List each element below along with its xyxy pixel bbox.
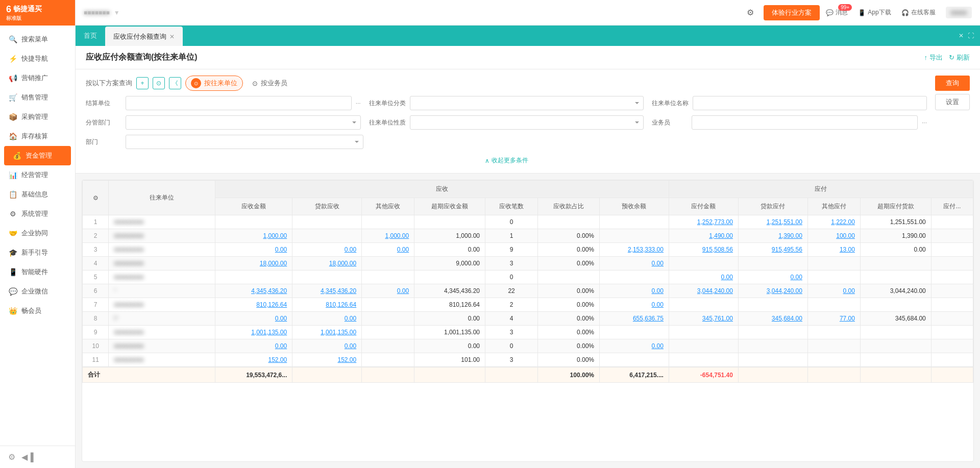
inventory-icon: 🏠 <box>8 132 17 141</box>
table-row: 8P0.000.000.0040.00%655,636.75345,761.00… <box>83 312 973 326</box>
refresh-button[interactable]: ↻ 刷新 <box>949 53 970 62</box>
fenguan-field: 分管部门 <box>86 115 361 130</box>
notice-button[interactable]: 💬 消息 99+ <box>826 8 848 17</box>
quicknav-icon: ⚡ <box>8 54 17 63</box>
breadcrumb-separator: ▼ <box>114 9 120 16</box>
sidebar-item-operations[interactable]: 📊 经营管理 <box>0 165 75 185</box>
bumen-field: 部门 <box>86 135 363 149</box>
jiesuan-field: 结算单位 ··· <box>86 96 361 110</box>
tab-home[interactable]: 首页 <box>76 26 105 46</box>
wanglai-xingzhi-select[interactable] <box>410 115 644 130</box>
partner-cell: ■■■■■■■■ <box>109 270 215 284</box>
col-yingshou-amount: 应收金额 <box>215 198 292 215</box>
wanglai-fenlei-select[interactable] <box>410 96 644 110</box>
table-wrapper[interactable]: ⚙ 往来单位 应收 应付 应收金额 贷款应收 其他应收 超期应收金额 应收笔数 <box>82 180 973 461</box>
sidebar-label-wechat: 企业微信 <box>21 287 48 296</box>
filter-collapse-button[interactable]: 《 <box>169 77 181 89</box>
notice-icon: 💬 <box>826 9 834 16</box>
partner-cell: ■■■■■■■■ <box>109 353 215 367</box>
tab-fullscreen-icon[interactable]: ⛶ <box>968 32 974 39</box>
collab-icon: 🤝 <box>8 229 17 238</box>
jiesuan-dots[interactable]: ··· <box>356 100 361 107</box>
settings-gear-icon[interactable]: ⚙ <box>743 6 757 20</box>
partner-cell: ■■■■■■■■ <box>109 339 215 353</box>
wanglai-mingcheng-label: 往来单位名称 <box>652 99 689 108</box>
sidebar-item-finance[interactable]: 💰 资金管理 <box>4 146 71 165</box>
sidebar-item-sales[interactable]: 🛒 销售管理 <box>0 88 75 107</box>
filter-settings-btn[interactable]: 设置 <box>935 94 970 110</box>
filter-row-1: 结算单位 ··· 往来单位分类 往来单位名称 <box>86 96 927 110</box>
sidebar-item-collab[interactable]: 🤝 企业协同 <box>0 224 75 243</box>
marketing-icon: 📢 <box>8 73 17 83</box>
filter-bar: 按以下方案查询 + ⊙ 《 ⊙ 按往来单位 ⊙ 按业务员 <box>86 76 927 91</box>
collapse-sidebar-icon[interactable]: ◀▐ <box>21 452 33 462</box>
yewuyuan-label: 业务员 <box>652 118 688 127</box>
online-service-button[interactable]: 🎧 在线客服 <box>901 8 936 17</box>
export-button[interactable]: ↑ 导出 <box>924 53 943 62</box>
main-area: ■■■■■■■ ▼ ⚙ 体验行业方案 💬 消息 99+ 📱 App下载 🎧 在线… <box>76 0 980 468</box>
sidebar-item-purchase[interactable]: 📦 采购管理 <box>0 107 75 127</box>
wanglai-xingzhi-field: 往来单位性质 <box>369 115 644 130</box>
sidebar-label-purchase: 采购管理 <box>21 112 48 121</box>
jiesuan-label: 结算单位 <box>86 99 121 108</box>
finance-icon: 💰 <box>12 151 21 160</box>
tabbar: 首页 应收应付余额查询 ✕ ✕ ⛶ <box>76 26 980 46</box>
filter-area: 按以下方案查询 + ⊙ 《 ⊙ 按往来单位 ⊙ 按业务员 <box>76 69 980 174</box>
yewuyuan-input[interactable] <box>692 115 918 130</box>
tab-receivable-label: 应收应付余额查询 <box>113 32 166 41</box>
app-version: 标准版 <box>6 15 42 22</box>
sidebar-item-marketing[interactable]: 📢 营销推广 <box>0 68 75 88</box>
sidebar-label-collab: 企业协同 <box>21 229 48 238</box>
sales-icon: 🛒 <box>8 93 17 102</box>
table-row: 5■■■■■■■■00.000.00 <box>83 270 973 284</box>
sidebar-item-hardware[interactable]: 📱 智能硬件 <box>0 262 75 282</box>
yewuyuan-dots[interactable]: ··· <box>922 119 927 126</box>
app-download-label: App下载 <box>868 8 891 17</box>
sidebar-menu: 🔍 搜索菜单 ⚡ 快捷导航 📢 营销推广 🛒 销售管理 📦 采购管理 🏠 <box>0 26 75 446</box>
jiesuan-input[interactable] <box>126 96 352 110</box>
user-avatar[interactable]: ■■■■ <box>946 7 972 18</box>
sidebar-label-finance: 资金管理 <box>26 151 52 160</box>
collapse-filter-button[interactable]: ∧ 收起更多条件 <box>86 154 927 167</box>
notice-badge: 99+ <box>838 4 852 11</box>
topbar-breadcrumb: ■■■■■■■ ▼ <box>84 9 737 16</box>
filter-settings-button[interactable]: ⊙ <box>153 77 165 89</box>
sidebar-item-wechat[interactable]: 💬 企业微信 <box>0 282 75 301</box>
search-icon: 🔍 <box>8 35 17 44</box>
sidebar-item-inventory[interactable]: 🏠 库存核算 <box>0 127 75 146</box>
sidebar-item-search[interactable]: 🔍 搜索菜单 <box>0 30 75 49</box>
app-name: 畅捷通买 <box>13 5 42 14</box>
fenguan-select[interactable] <box>126 115 361 130</box>
table-row: 11■■■■■■■■152.00152.00101.0030.00% <box>83 353 973 367</box>
sidebar-item-guide[interactable]: 🎓 新手引导 <box>0 243 75 262</box>
tab-close-icon[interactable]: ✕ <box>169 33 175 40</box>
service-icon: 🎧 <box>901 9 909 16</box>
sidebar-item-quicknav[interactable]: ⚡ 快捷导航 <box>0 49 75 68</box>
logo-icon: 6 <box>6 4 11 15</box>
add-filter-button[interactable]: + <box>136 77 149 89</box>
app-download-button[interactable]: 📱 App下载 <box>858 8 891 17</box>
page-title: 应收应付余额查询(按往来单位) <box>86 52 198 63</box>
table-row: 6^4,345,436.204,345,436.200.004,345,436.… <box>83 284 973 298</box>
settings-bottom-icon[interactable]: ⚙ <box>8 452 15 462</box>
sidebar-label-system: 系统管理 <box>21 209 48 218</box>
col-daikuan-yingshou: 贷款应收 <box>292 198 362 215</box>
tab-receivable[interactable]: 应收应付余额查询 ✕ <box>105 27 183 47</box>
sidebar-item-vip[interactable]: 👑 畅会员 <box>0 301 75 321</box>
salesman-filter-icon: ⊙ <box>252 80 258 87</box>
wanglai-mingcheng-input[interactable] <box>693 96 927 110</box>
bumen-select[interactable] <box>126 135 363 149</box>
sidebar-label-sales: 销售管理 <box>21 93 48 102</box>
filter-by-partner[interactable]: ⊙ 按往来单位 <box>185 76 243 91</box>
sidebar-item-basicinfo[interactable]: 📋 基础信息 <box>0 185 75 204</box>
sidebar-item-system[interactable]: ⚙ 系统管理 <box>0 204 75 224</box>
filter-row-3: 部门 <box>86 135 927 149</box>
col-gear[interactable]: ⚙ <box>83 181 109 215</box>
filter-by-salesman[interactable]: ⊙ 按业务员 <box>247 77 292 90</box>
sidebar-label-operations: 经营管理 <box>21 170 48 180</box>
solution-button[interactable]: 体验行业方案 <box>764 5 820 20</box>
tab-close-window-icon[interactable]: ✕ <box>959 32 964 39</box>
collapse-label: 收起更多条件 <box>492 156 528 165</box>
query-button[interactable]: 查询 <box>935 76 970 91</box>
online-service-label: 在线客服 <box>911 8 936 17</box>
